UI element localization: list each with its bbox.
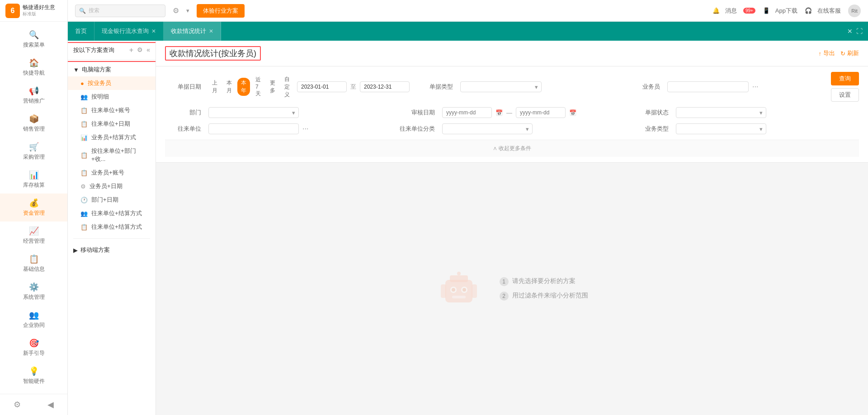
scheme-item-salesman-account[interactable]: 📋 业务员+账号 <box>68 166 156 179</box>
date-tab-this-year[interactable]: 本年 <box>237 78 250 96</box>
tip-text-1: 请先选择要分析的方案 <box>512 277 576 285</box>
business-type-select[interactable] <box>676 123 766 134</box>
chevron-right-icon: ▶ <box>73 247 78 254</box>
tab-home[interactable]: 首页 <box>68 22 94 41</box>
trial-button[interactable]: 体验行业方案 <box>197 4 245 18</box>
date-tab-custom[interactable]: 自定义 <box>281 74 293 100</box>
sidebar-item-collab[interactable]: 👥 企业协同 <box>0 306 67 334</box>
date-filter-control: 上月 本月 本年 近7天 更多 自定义 至 <box>208 74 410 100</box>
scheme-item-detail[interactable]: 👥 按明细 <box>68 90 156 104</box>
left-panel-header: 按以下方案查询 + ⚙ « <box>68 41 156 60</box>
sidebar-item-hardware[interactable]: 💡 智能硬件 <box>0 362 67 390</box>
settings-button[interactable]: 设置 <box>831 88 859 102</box>
audit-to-input[interactable] <box>516 107 566 118</box>
scheme-group-mobile-header[interactable]: ▶ 移动端方案 <box>68 243 156 257</box>
sidebar-item-marketing[interactable]: 📢 营销推广 <box>0 81 67 109</box>
bill-status-label: 单据状态 <box>632 108 669 117</box>
scheme-group-desktop-header[interactable]: ▼ 电脑端方案 <box>68 63 156 76</box>
sidebar-item-operations[interactable]: 📈 经营管理 <box>0 222 67 250</box>
scheme-icon: ⚙ <box>80 183 86 190</box>
scheme-item-partner-payment2[interactable]: 📋 往来单位+结算方式 <box>68 220 156 234</box>
sidebar-item-basic[interactable]: 📋 基础信息 <box>0 250 67 278</box>
bill-status-select[interactable] <box>676 107 766 118</box>
partner-category-select[interactable] <box>442 123 533 134</box>
page-header: 收款情况统计(按业务员) ↑ 导出 ↻ 刷新 <box>156 41 868 66</box>
search-box[interactable]: 🔍 搜索 <box>75 5 165 17</box>
collapse-more-conditions[interactable]: ∧ 收起更多条件 <box>165 140 859 157</box>
scheme-item-dept-date[interactable]: 🕐 部门+日期 <box>68 193 156 207</box>
sidebar-item-nav[interactable]: 🏠 快捷导航 <box>0 53 67 81</box>
bill-type-control <box>460 81 617 92</box>
sidebar-item-label: 快捷导航 <box>23 69 45 77</box>
dept-select[interactable] <box>208 107 299 118</box>
refresh-button[interactable]: ↻ 刷新 <box>840 49 859 57</box>
audit-to-calendar-icon[interactable]: 📅 <box>569 109 576 116</box>
sidebar-item-wechat[interactable]: 💬 企业微信 <box>0 390 67 394</box>
notification-badge: 99+ <box>743 8 755 14</box>
left-panel-title: 按以下方案查询 <box>73 46 114 54</box>
sidebar-item-label: 智能硬件 <box>23 377 45 385</box>
setting-scheme-icon[interactable]: ⚙ <box>137 46 143 54</box>
scheme-active-icon: ● <box>80 80 84 87</box>
sidebar: 6 畅捷通好生意 标准版 🔍 搜索菜单 🏠 快捷导航 📢 营销推广 📦 <box>0 0 68 415</box>
scheme-item-partner-date[interactable]: 📋 往来单位+日期 <box>68 117 156 131</box>
date-tab-this-month[interactable]: 本月 <box>223 78 236 96</box>
sidebar-item-label: 营销推广 <box>23 97 45 105</box>
sidebar-item-system[interactable]: ⚙️ 系统管理 <box>0 278 67 306</box>
date-tab-7days[interactable]: 近7天 <box>252 75 264 99</box>
sidebar-item-purchase[interactable]: 🛒 采购管理 <box>0 137 67 165</box>
collapse-panel-icon[interactable]: « <box>146 46 150 54</box>
bill-type-select[interactable] <box>460 81 542 92</box>
date-filter-label: 单据日期 <box>165 83 201 91</box>
sidebar-item-search[interactable]: 🔍 搜索菜单 <box>0 25 67 53</box>
scheme-item-by-salesman[interactable]: ● 按业务员 <box>68 76 156 90</box>
notification-label: 消息 <box>725 7 737 15</box>
tab-expand-icon[interactable]: ⛶ <box>856 28 863 35</box>
scheme-item-partner-account[interactable]: 📋 往来单位+账号 <box>68 104 156 117</box>
tab-close-all-icon[interactable]: ✕ <box>847 28 853 35</box>
audit-from-input[interactable] <box>442 107 492 118</box>
scheme-icon: 📋 <box>80 121 88 127</box>
date-to-input[interactable] <box>360 81 410 92</box>
sidebar-item-funds[interactable]: 💰 资金管理 <box>0 193 67 222</box>
add-scheme-icon[interactable]: + <box>129 46 133 54</box>
scheme-detail-icon: 👥 <box>80 94 88 100</box>
logo-badge: 标准版 <box>23 11 55 17</box>
gear-icon[interactable]: ⚙ <box>173 6 179 15</box>
app-logo: 6 畅捷通好生意 标准版 <box>0 0 67 22</box>
partner-input[interactable] <box>208 123 299 134</box>
tab-cashflow[interactable]: 现金银行流水查询 ✕ <box>94 22 164 41</box>
user-avatar[interactable]: Rit <box>848 5 861 17</box>
salesman-input[interactable] <box>667 81 749 92</box>
sidebar-item-inventory[interactable]: 📊 库存核算 <box>0 165 67 193</box>
tab-collection[interactable]: 收款情况统计 ✕ <box>164 22 221 41</box>
right-panel: 收款情况统计(按业务员) ↑ 导出 ↻ 刷新 <box>156 41 868 415</box>
query-button[interactable]: 查询 <box>831 72 859 85</box>
empty-tip-2: 2 用过滤条件来缩小分析范围 <box>500 292 588 301</box>
logo-text: 畅捷通好生意 <box>23 4 55 11</box>
export-button[interactable]: ↑ 导出 <box>819 49 835 57</box>
salesman-more-icon[interactable]: ··· <box>752 83 758 91</box>
partner-more-icon[interactable]: ··· <box>302 125 308 133</box>
date-tab-last-month[interactable]: 上月 <box>208 78 221 96</box>
sidebar-item-guide[interactable]: 🎯 新手引导 <box>0 334 67 362</box>
notification-group[interactable]: 🔔 消息 99+ <box>712 7 755 15</box>
tab-close-collection[interactable]: ✕ <box>209 28 213 34</box>
dropdown-icon[interactable]: ▾ <box>186 7 189 14</box>
sidebar-item-sales[interactable]: 📦 销售管理 <box>0 109 67 137</box>
scheme-item-partner-payment1[interactable]: 👥 往来单位+结算方式 <box>68 207 156 220</box>
scheme-item-salesman-date[interactable]: ⚙ 业务员+日期 <box>68 179 156 193</box>
date-tab-more[interactable]: 更多 <box>266 78 279 96</box>
online-service-group[interactable]: 🎧 在线客服 <box>805 7 841 15</box>
scheme-item-partner-dept[interactable]: 📋 按往来单位+部门+收... <box>68 144 156 166</box>
audit-date-calendar-icon[interactable]: 📅 <box>495 109 503 116</box>
app-download-group[interactable]: 📱 App下载 <box>763 7 797 15</box>
settings-icon[interactable]: ⚙ <box>14 400 21 410</box>
tab-close-cashflow[interactable]: ✕ <box>151 28 156 34</box>
collapse-sidebar-icon[interactable]: ◀ <box>47 400 54 410</box>
scheme-item-salesman-payment[interactable]: 📊 业务员+结算方式 <box>68 131 156 144</box>
top-bar-right: 🔔 消息 99+ 📱 App下载 🎧 在线客服 Rit <box>712 5 861 17</box>
salesman-label: 业务员 <box>624 83 660 91</box>
date-from-input[interactable] <box>297 81 347 92</box>
sales-icon: 📦 <box>29 114 39 124</box>
